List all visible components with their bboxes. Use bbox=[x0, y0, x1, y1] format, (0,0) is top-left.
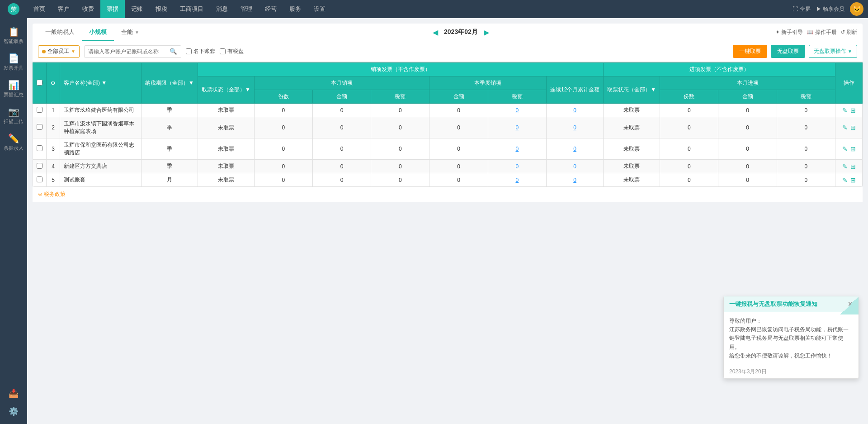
row-sale-quarter-tax[interactable]: 0 bbox=[488, 173, 546, 187]
row-checkbox[interactable] bbox=[33, 138, 47, 160]
diskless-ticket-ops-button[interactable]: 无盘取票操作 ▼ bbox=[809, 45, 857, 58]
nav-operation[interactable]: 经营 bbox=[259, 0, 283, 18]
sidebar-download-btn[interactable]: 📥 bbox=[5, 385, 22, 401]
sidebar-item-invoice-entry[interactable]: ✏️ 票据录入 bbox=[1, 129, 26, 155]
row-period: 季 bbox=[142, 104, 198, 117]
edit-action-icon[interactable]: ✎ bbox=[842, 176, 848, 184]
select-all-checkbox[interactable] bbox=[37, 80, 42, 86]
popup-corner-decor bbox=[831, 296, 859, 314]
nav-invoice[interactable]: 票据 bbox=[100, 0, 125, 18]
row-sale-month-tax: 0 bbox=[371, 138, 429, 160]
employee-filter-label: 全部员工 bbox=[47, 48, 69, 55]
row-sale-cumulative[interactable]: 0 bbox=[546, 173, 603, 187]
nav-service[interactable]: 服务 bbox=[283, 0, 307, 18]
row-sale-quarter-tax[interactable]: 0 bbox=[488, 104, 546, 117]
view-action-icon[interactable]: ⊞ bbox=[850, 145, 856, 152]
tab-general-taxpayer[interactable]: 一般纳税人 bbox=[38, 24, 82, 41]
nav-customer[interactable]: 客户 bbox=[52, 0, 76, 18]
row-sale-cumulative[interactable]: 0 bbox=[546, 160, 603, 173]
refresh-link[interactable]: ↺ 刷新 bbox=[840, 29, 857, 36]
row-sale-status: 未取票 bbox=[198, 104, 254, 117]
sidebar-item-scan-upload[interactable]: 📷 扫描上传 bbox=[1, 103, 26, 129]
nav-tax[interactable]: 报税 bbox=[149, 0, 174, 18]
nav-manage[interactable]: 管理 bbox=[234, 0, 259, 18]
tab-small-scale[interactable]: 小规模 bbox=[82, 24, 114, 41]
row-select-checkbox[interactable] bbox=[37, 163, 42, 169]
has-taxbox-checkbox[interactable]: 有税盘 bbox=[220, 48, 244, 55]
sidebar-label-smart-ticket: 智能取票 bbox=[4, 38, 24, 45]
edit-action-icon[interactable]: ✎ bbox=[842, 163, 848, 170]
row-select-checkbox[interactable] bbox=[37, 124, 42, 130]
edit-action-icon[interactable]: ✎ bbox=[842, 124, 848, 131]
own-accounts-label: 名下账套 bbox=[193, 48, 215, 55]
filter-dot bbox=[42, 50, 46, 53]
prev-month-button[interactable]: ◀ bbox=[430, 27, 440, 37]
row-checkbox[interactable] bbox=[33, 117, 47, 138]
employee-filter[interactable]: 全部员工 ▼ bbox=[38, 45, 80, 58]
current-date: 2023年02月 bbox=[444, 28, 478, 36]
one-click-ticket-button[interactable]: 一键取票 bbox=[733, 45, 767, 58]
own-accounts-input[interactable] bbox=[186, 48, 192, 54]
view-action-icon[interactable]: ⊞ bbox=[850, 107, 856, 114]
view-action-icon[interactable]: ⊞ bbox=[850, 124, 856, 131]
row-index: 3 bbox=[47, 138, 60, 160]
row-index: 1 bbox=[47, 104, 60, 117]
vip-button[interactable]: ▶ 畅享会员 bbox=[816, 5, 844, 13]
search-input[interactable] bbox=[85, 46, 166, 57]
invoice-summary-icon: 📊 bbox=[8, 80, 19, 91]
row-sale-status: 未取票 bbox=[198, 138, 254, 160]
row-sale-cumulative[interactable]: 0 bbox=[546, 104, 603, 117]
row-buy-status: 未取票 bbox=[604, 104, 660, 117]
view-action-icon[interactable]: ⊞ bbox=[850, 163, 856, 170]
nav-billing[interactable]: 收费 bbox=[76, 0, 100, 18]
search-button[interactable]: 🔍 bbox=[166, 46, 181, 57]
row-sale-month-count: 0 bbox=[254, 160, 312, 173]
th-12month-cumulative: 连续12个月累计金额 bbox=[546, 76, 603, 104]
nav-home[interactable]: 首页 bbox=[27, 0, 52, 18]
view-action-icon[interactable]: ⊞ bbox=[850, 176, 856, 184]
row-sale-month-tax: 0 bbox=[371, 117, 429, 138]
nav-business[interactable]: 工商项目 bbox=[174, 0, 210, 18]
row-sale-cumulative[interactable]: 0 bbox=[546, 138, 603, 160]
row-sale-month-count: 0 bbox=[254, 173, 312, 187]
has-taxbox-input[interactable] bbox=[220, 48, 226, 54]
row-select-checkbox[interactable] bbox=[37, 145, 42, 151]
row-period: 季 bbox=[142, 117, 198, 138]
row-select-checkbox[interactable] bbox=[37, 176, 42, 182]
row-period: 季 bbox=[142, 138, 198, 160]
own-accounts-checkbox[interactable]: 名下账套 bbox=[186, 48, 215, 55]
tax-policy-link[interactable]: ⊙ 税务政策 bbox=[38, 191, 66, 197]
row-buy-status: 未取票 bbox=[604, 160, 660, 173]
row-sale-month-amount: 0 bbox=[313, 117, 371, 138]
row-checkbox[interactable] bbox=[33, 173, 47, 187]
row-select-checkbox[interactable] bbox=[37, 107, 42, 113]
edit-action-icon[interactable]: ✎ bbox=[842, 107, 848, 114]
edit-action-icon[interactable]: ✎ bbox=[842, 145, 848, 152]
sidebar-label-invoice-entry: 票据录入 bbox=[4, 145, 24, 152]
sidebar-item-smart-ticket[interactable]: 📋 智能取票 bbox=[1, 23, 26, 48]
new-user-guide-link[interactable]: ✦ 新手引导 bbox=[775, 29, 803, 36]
row-period: 月 bbox=[142, 173, 198, 187]
next-month-button[interactable]: ▶ bbox=[481, 27, 491, 37]
manual-link[interactable]: 📖 操作手册 bbox=[807, 29, 836, 36]
user-avatar[interactable]: 🐱 bbox=[850, 2, 863, 16]
diskless-ticket-button[interactable]: 无盘取票 bbox=[771, 45, 805, 58]
sidebar-item-invoice-open[interactable]: 📄 发票开具 bbox=[1, 49, 26, 75]
row-sale-quarter-tax[interactable]: 0 bbox=[488, 138, 546, 160]
sidebar-help-btn[interactable]: ⚙️ bbox=[5, 403, 22, 419]
nav-message[interactable]: 消息 bbox=[210, 0, 234, 18]
sidebar-item-invoice-summary[interactable]: 📊 票据汇总 bbox=[1, 76, 26, 102]
row-checkbox[interactable] bbox=[33, 104, 47, 117]
row-sale-cumulative[interactable]: 0 bbox=[546, 117, 603, 138]
table-row: 2 卫辉市汲水镇下园润香烟草木种植家庭农场 季 未取票 0 0 0 0 0 0 … bbox=[33, 117, 863, 138]
row-sale-month-count: 0 bbox=[254, 117, 312, 138]
row-buy-month-count: 0 bbox=[660, 173, 718, 187]
nav-bookkeeping[interactable]: 记账 bbox=[125, 0, 149, 18]
row-sale-quarter-tax[interactable]: 0 bbox=[488, 117, 546, 138]
fullscreen-button[interactable]: ⛶ 全屏 bbox=[793, 5, 810, 13]
row-checkbox[interactable] bbox=[33, 160, 47, 173]
tab-omnipotent[interactable]: 全能 ▼ bbox=[114, 24, 146, 41]
row-buy-month-tax: 0 bbox=[777, 117, 835, 138]
row-sale-quarter-tax[interactable]: 0 bbox=[488, 160, 546, 173]
nav-settings[interactable]: 设置 bbox=[307, 0, 332, 18]
